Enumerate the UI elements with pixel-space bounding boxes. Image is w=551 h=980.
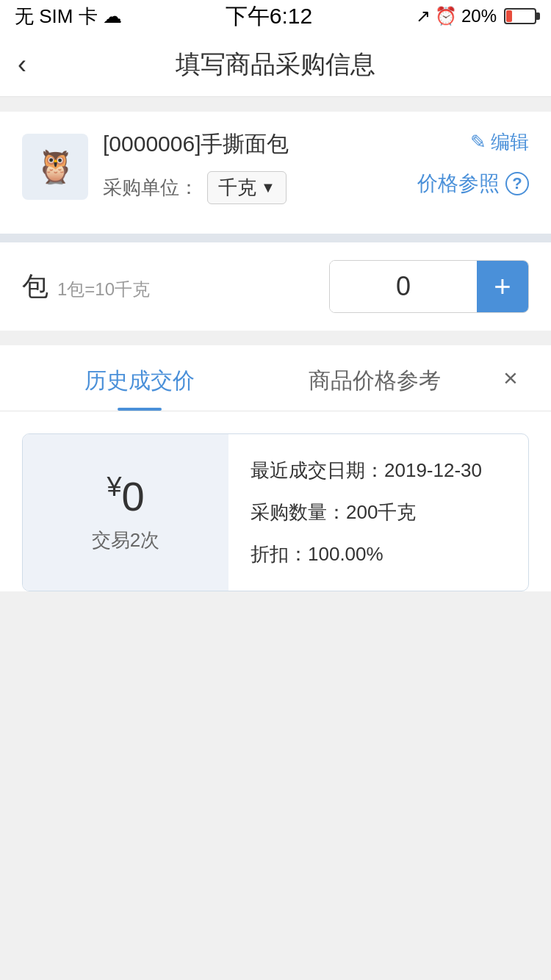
tabs-row: 历史成交价 商品价格参考 × — [0, 345, 551, 411]
quantity-input[interactable] — [330, 261, 477, 312]
price-ref-button[interactable]: 价格参照 ? — [417, 170, 529, 198]
price-card: ¥0 交易2次 最近成交日期：2019-12-30 采购数量：200千克 折扣：… — [22, 433, 529, 591]
quantity-unit-sub: 1包=10千克 — [57, 278, 150, 301]
price-card-left: ¥0 交易2次 — [23, 434, 228, 591]
signal-text: 无 SIM 卡 ☁ — [15, 4, 122, 29]
help-icon: ? — [505, 172, 529, 195]
product-name: [0000006]手撕面包 — [103, 129, 289, 159]
quantity-row: 包 1包=10千克 + — [0, 242, 551, 331]
quantity-label: 包 1包=10千克 — [22, 269, 150, 305]
bottom-space — [0, 613, 551, 980]
battery-pct: 20% — [461, 6, 497, 26]
panel-section: 历史成交价 商品价格参考 × ¥0 交易2次 最近成交日期：2019-12-30… — [0, 345, 551, 591]
product-icon: 🦉 — [35, 148, 76, 186]
price-discount-value: 100.00% — [308, 543, 383, 565]
page-title: 填写商品采购信息 — [176, 48, 375, 82]
product-unit-row: 采购单位： 千克 ▼ — [103, 171, 289, 204]
price-date-label: 最近成交日期： — [251, 459, 384, 481]
price-trades-count: 交易2次 — [92, 527, 159, 553]
back-button[interactable]: ‹ — [18, 49, 26, 80]
price-qty-label: 采购数量： — [251, 501, 346, 523]
unit-caret-icon: ▼ — [261, 179, 276, 196]
edit-icon: ✎ — [470, 131, 486, 154]
status-time: 下午6:12 — [226, 1, 312, 32]
price-ref-label: 价格参照 — [417, 170, 500, 198]
edit-label: 编辑 — [491, 129, 529, 155]
price-date-row: 最近成交日期：2019-12-30 — [251, 456, 506, 485]
price-value: 0 — [121, 473, 144, 519]
status-left: 无 SIM 卡 ☁ — [15, 4, 122, 29]
panel-close-button[interactable]: × — [492, 360, 529, 397]
unit-selector[interactable]: 千克 ▼ — [207, 171, 287, 204]
status-bar: 无 SIM 卡 ☁ 下午6:12 ↗ ⏰ 20% — [0, 0, 551, 32]
alarm-icon: ⏰ — [435, 6, 457, 26]
price-qty-row: 采购数量：200千克 — [251, 498, 506, 527]
price-date-value: 2019-12-30 — [384, 459, 482, 481]
location-icon: ↗ — [416, 6, 431, 26]
tab-history-price[interactable]: 历史成交价 — [22, 345, 257, 411]
price-qty-value: 200千克 — [346, 501, 416, 523]
price-amount-display: ¥0 — [107, 472, 144, 520]
status-right: ↗ ⏰ 20% — [416, 6, 536, 26]
section-divider — [0, 234, 551, 242]
unit-value: 千克 — [218, 175, 256, 201]
quantity-unit-main: 包 — [22, 269, 48, 305]
product-thumbnail: 🦉 — [22, 134, 88, 200]
tab-price-reference[interactable]: 商品价格参考 — [257, 345, 492, 411]
tab-history-label: 历史成交价 — [84, 368, 195, 392]
price-discount-row: 折扣：100.00% — [251, 540, 506, 569]
battery-icon — [504, 8, 536, 24]
product-right: ✎ 编辑 价格参照 ? — [417, 129, 529, 198]
product-info: [0000006]手撕面包 采购单位： 千克 ▼ — [103, 129, 289, 204]
quantity-increment-button[interactable]: + — [477, 261, 528, 312]
product-card: 🦉 [0000006]手撕面包 采购单位： 千克 ▼ ✎ 编辑 价格参照 — [0, 112, 551, 234]
price-discount-label: 折扣： — [251, 543, 308, 565]
currency-symbol: ¥ — [107, 472, 121, 502]
price-card-right: 最近成交日期：2019-12-30 采购数量：200千克 折扣：100.00% — [228, 434, 528, 591]
nav-bar: ‹ 填写商品采购信息 — [0, 32, 551, 97]
edit-button[interactable]: ✎ 编辑 — [470, 129, 529, 155]
quantity-controls: + — [329, 260, 529, 313]
unit-label: 采购单位： — [103, 175, 198, 201]
tab-price-ref-label: 商品价格参考 — [309, 368, 441, 392]
